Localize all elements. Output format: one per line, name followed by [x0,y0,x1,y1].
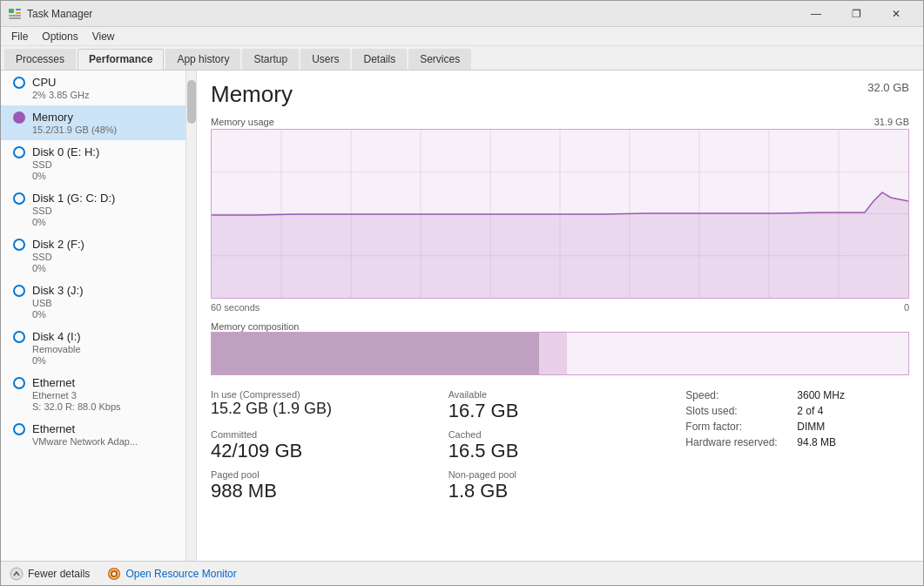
chart-time-start: 60 seconds [211,302,260,313]
stats-grid: In use (Compressed) 15.2 GB (1.9 GB) Ava… [211,389,909,502]
svg-point-18 [10,568,23,580]
sidebar-item-disk2[interactable]: Disk 2 (F:) SSD 0% [1,232,196,279]
minimize-button[interactable]: — [796,1,836,27]
in-use-label: In use (Compressed) [211,389,435,400]
ethernet1-sub2: S: 32.0 R: 88.0 Kbps [32,401,187,412]
chart-max: 31.9 GB [874,117,909,127]
menu-options[interactable]: Options [35,29,84,44]
hw-reserved-label: Hardware reserved: [685,436,790,448]
ethernet1-sub1: Ethernet 3 [32,390,187,401]
ethernet2-header: Ethernet [13,422,187,435]
memory-total: 32.0 GB [867,81,909,94]
speed-label: Speed: [685,389,790,401]
memory-header-section: Memory 32.0 GB [211,81,909,108]
menu-bar: File Options View [1,27,923,46]
composition-bar [211,332,909,375]
bottom-bar: Fewer details Open Resource Monitor [1,561,923,585]
memory-indicator [13,111,25,124]
cpu-label: CPU [32,76,56,89]
tab-performance[interactable]: Performance [78,49,164,70]
title-bar-left: Task Manager [8,7,92,21]
fewer-details-button[interactable]: Fewer details [10,567,90,581]
tab-users[interactable]: Users [300,49,350,70]
ethernet2-indicator [13,423,25,435]
stat-available: Available 16.7 GB [449,389,672,422]
paged-pool-label: Paged pool [211,469,435,480]
sidebar-scrollbar[interactable] [185,71,196,561]
disk0-sub1: SSD [32,159,187,170]
disk3-sub1: USB [32,298,187,308]
stat-cached: Cached 16.5 GB [449,429,672,462]
sidebar-item-memory[interactable]: Memory 15.2/31.9 GB (48%) [1,105,196,140]
sidebar-item-disk3[interactable]: Disk 3 (J:) USB 0% [1,279,196,325]
maximize-button[interactable]: ❐ [836,1,876,27]
close-button[interactable]: ✕ [876,1,916,27]
chart-label-row: Memory usage 31.9 GB [211,117,909,127]
svg-rect-3 [9,15,21,17]
committed-label: Committed [211,429,435,440]
stat-non-paged-pool: Non-paged pool 1.8 GB [449,469,672,502]
disk4-indicator [13,331,25,343]
stat-paged-pool: Paged pool 988 MB [211,469,435,502]
window-title: Task Manager [27,8,92,20]
ethernet2-sub1: VMware Network Adap... [32,436,187,447]
sidebar-item-ethernet2[interactable]: Ethernet VMware Network Adap... [1,417,196,452]
speed-row: Speed: 3600 MHz [685,389,909,401]
slots-value: 2 of 4 [797,405,823,417]
open-resource-monitor-button[interactable]: Open Resource Monitor [107,567,236,581]
cpu-sub: 2% 3.85 GHz [32,90,187,100]
composition-section: Memory composition [211,318,909,375]
speed-value: 3600 MHz [797,389,845,401]
committed-value: 42/109 GB [211,440,435,462]
ethernet1-indicator [13,377,25,389]
task-manager-window: Task Manager — ❐ ✕ File Options View Pro… [0,0,924,586]
resource-monitor-label: Open Resource Monitor [125,568,236,580]
composition-label: Memory composition [211,321,909,332]
ethernet1-header: Ethernet [13,376,187,389]
menu-file[interactable]: File [4,29,35,44]
scrollbar-thumb[interactable] [187,80,196,124]
disk1-sub1: SSD [32,205,187,216]
right-stats: Speed: 3600 MHz Slots used: 2 of 4 Form … [685,389,909,462]
menu-view[interactable]: View [85,29,122,44]
memory-label: Memory [32,111,73,124]
tab-apphistory[interactable]: App history [165,49,240,70]
hw-reserved-row: Hardware reserved: 94.8 MB [685,436,909,448]
form-label: Form factor: [685,421,790,433]
tab-bar: Processes Performance App history Startu… [1,46,923,71]
composition-available [567,333,908,374]
disk2-sub1: SSD [32,252,187,262]
tab-processes[interactable]: Processes [4,49,76,70]
disk0-label: Disk 0 (E: H:) [32,145,99,158]
cached-label: Cached [449,429,672,440]
disk0-sub2: 0% [32,171,187,181]
app-icon [8,7,22,21]
fewer-details-label: Fewer details [28,568,90,580]
tab-details[interactable]: Details [352,49,407,70]
disk2-header: Disk 2 (F:) [13,238,187,251]
disk4-sub1: Removable [32,344,187,354]
disk1-sub2: 0% [32,217,187,227]
disk3-indicator [13,285,25,297]
disk3-sub2: 0% [32,309,187,320]
stat-in-use: In use (Compressed) 15.2 GB (1.9 GB) [211,389,435,422]
disk2-label: Disk 2 (F:) [32,238,84,251]
memory-sub: 15.2/31.9 GB (48%) [32,125,187,135]
tab-startup[interactable]: Startup [242,49,299,70]
chart-label: Memory usage [211,117,274,127]
tab-services[interactable]: Services [408,49,471,70]
disk2-sub2: 0% [32,263,187,273]
svg-rect-2 [16,12,21,14]
sidebar-item-cpu[interactable]: CPU 2% 3.85 GHz [1,71,196,105]
disk3-label: Disk 3 (J:) [32,284,84,297]
chart-svg [212,130,908,298]
sidebar-item-disk0[interactable]: Disk 0 (E: H:) SSD 0% [1,140,196,186]
disk3-header: Disk 3 (J:) [13,284,187,297]
svg-rect-1 [16,9,21,10]
disk4-header: Disk 4 (I:) [13,330,187,343]
available-value: 16.7 GB [449,400,672,422]
sidebar-item-ethernet1[interactable]: Ethernet Ethernet 3 S: 32.0 R: 88.0 Kbps [1,371,196,417]
sidebar-item-disk1[interactable]: Disk 1 (G: C: D:) SSD 0% [1,186,196,232]
sidebar-item-disk4[interactable]: Disk 4 (I:) Removable 0% [1,325,196,371]
disk2-indicator [13,239,25,251]
